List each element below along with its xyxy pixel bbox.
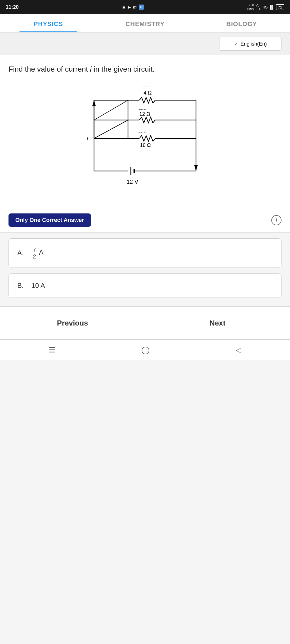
app-icon: P xyxy=(139,5,144,10)
svg-marker-21 xyxy=(194,165,198,171)
back-icon[interactable]: ◁ xyxy=(236,346,241,354)
previous-button[interactable]: Previous xyxy=(0,307,145,340)
status-icons: 5.00KB/S VoLTE 4G ▐▌ 71 xyxy=(247,3,284,11)
option-b-content: 10 A xyxy=(31,282,45,290)
status-bar: 11:20 ▣ ▶ m P 5.00KB/S VoLTE 4G ▐▌ 71 xyxy=(0,0,290,14)
option-b[interactable]: B. 10 A xyxy=(8,273,282,298)
lte-icon: VoLTE xyxy=(256,4,261,10)
battery-icon: 71 xyxy=(276,4,284,10)
svg-text:12 Ω: 12 Ω xyxy=(139,111,150,117)
answer-type-bar: Only One Correct Answer i xyxy=(0,208,290,233)
next-button[interactable]: Next xyxy=(145,307,290,340)
svg-text:i: i xyxy=(87,135,88,141)
answer-type-badge: Only One Correct Answer xyxy=(8,213,91,227)
info-icon[interactable]: i xyxy=(271,215,282,225)
svg-line-28 xyxy=(94,120,128,138)
language-bar: ✓ English(En) xyxy=(0,33,290,55)
fraction-7-2: 7 2 xyxy=(32,247,37,260)
svg-text:~~~: ~~~ xyxy=(142,84,150,89)
tab-bar: PHYSICS CHEMISTRY BIOLOGY xyxy=(0,14,290,33)
option-a-label: A. xyxy=(17,249,26,257)
tab-chemistry[interactable]: CHEMISTRY xyxy=(97,14,193,32)
svg-text:4 Ω: 4 Ω xyxy=(144,90,152,96)
menu-icon[interactable]: ☰ xyxy=(49,346,55,354)
signal-icon: 4G ▐▌ xyxy=(263,5,274,9)
options-area: A. 7 2 A B. 10 A xyxy=(0,233,290,303)
svg-line-27 xyxy=(94,100,128,120)
svg-text:~~~: ~~~ xyxy=(138,130,146,135)
navigation-buttons: Previous Next xyxy=(0,306,290,340)
svg-text:~~~: ~~~ xyxy=(138,107,146,112)
music-icon: m xyxy=(133,5,137,9)
media-icons: ▣ ▶ m P xyxy=(122,5,144,10)
svg-text:12 V: 12 V xyxy=(127,179,138,185)
net-speed: 5.00KB/S xyxy=(247,3,254,11)
status-time: 11:20 xyxy=(6,4,19,10)
checkmark-icon: ✓ xyxy=(234,41,238,47)
svg-text:16 Ω: 16 Ω xyxy=(140,142,151,148)
circuit-svg: i 4 Ω ~~~ 12 Ω ~~~ xyxy=(71,83,219,191)
option-b-label: B. xyxy=(17,282,26,290)
option-a-content: 7 2 A xyxy=(31,247,43,260)
home-icon[interactable]: ◯ xyxy=(141,346,150,354)
question-area: Find the value of current i in the given… xyxy=(0,55,290,208)
play-icon: ▶ xyxy=(128,5,131,9)
option-a[interactable]: A. 7 2 A xyxy=(8,238,282,268)
android-nav-bar: ☰ ◯ ◁ xyxy=(0,340,290,360)
tab-biology[interactable]: BIOLOGY xyxy=(193,14,290,32)
circuit-diagram: i 4 Ω ~~~ 12 Ω ~~~ xyxy=(8,83,282,191)
recording-icon: ▣ xyxy=(122,5,125,9)
language-label: English(En) xyxy=(240,41,267,47)
language-selector[interactable]: ✓ English(En) xyxy=(219,37,282,51)
tab-physics[interactable]: PHYSICS xyxy=(0,14,97,32)
question-text: Find the value of current i in the given… xyxy=(8,64,282,75)
